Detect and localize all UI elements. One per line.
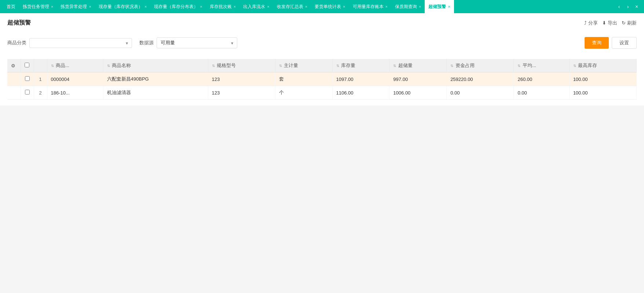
close-inventory-dist[interactable]: × [200, 4, 202, 9]
row1-overstock: 997.00 [389, 73, 447, 86]
row1-avg: 260.00 [514, 73, 569, 86]
row1-num: 1 [34, 73, 47, 86]
row1-checkbox[interactable] [25, 76, 30, 81]
close-in-out-flow[interactable]: × [267, 4, 269, 9]
table-row: 2 186-10... 机油滤清器 123 个 1106.00 1006.00 … [7, 86, 637, 100]
sort-icon-max-stock: ⇅ [573, 64, 576, 68]
sort-icon-capital: ⇅ [450, 64, 453, 68]
row1-unit: 套 [275, 73, 332, 86]
sort-icon-spec: ⇅ [212, 64, 215, 68]
datasource-filter: 数据源 可用量 [139, 37, 237, 48]
refresh-button[interactable]: ↻ 刷新 [622, 20, 637, 26]
row1-checkbox-cell [21, 73, 34, 86]
row2-unit: 个 [275, 86, 332, 100]
row1-stock: 1097.00 [332, 73, 389, 86]
datasource-label: 数据源 [139, 40, 154, 46]
col-spec-header[interactable]: ⇅ 规格型号 [208, 59, 275, 73]
row1-product-name: 六配套新昌490BPG [103, 73, 208, 86]
nav-available-account[interactable]: 可用量库存账本 × [349, 0, 391, 13]
col-product-code-header[interactable]: ⇅ 商品... [47, 59, 103, 73]
sort-icon-product-name: ⇅ [107, 64, 110, 68]
row2-avg: 0.00 [514, 86, 569, 100]
sort-icon-avg: ⇅ [517, 64, 520, 68]
row1-settings [7, 73, 21, 86]
col-settings-header: ⚙ [7, 59, 21, 73]
header-actions: ⤴ 分享 ⬇ 导出 ↻ 刷新 [584, 20, 637, 26]
page-header: 超储预警 ⤴ 分享 ⬇ 导出 ↻ 刷新 [7, 19, 637, 27]
row2-overstock: 1006.00 [389, 86, 447, 100]
col-capital-header[interactable]: ⇅ 资金占用 [447, 59, 514, 73]
row2-product-name: 机油滤清器 [103, 86, 208, 100]
close-batch-account[interactable]: × [234, 4, 236, 9]
sort-icon-overstock: ⇅ [393, 64, 396, 68]
nav-task-mgmt[interactable]: 拣货任务管理 × [19, 0, 57, 13]
close-task-mgmt[interactable]: × [51, 4, 53, 9]
nav-next-arrow[interactable]: › [623, 0, 632, 13]
query-button[interactable]: 查询 [585, 37, 609, 49]
share-icon: ⤴ [584, 20, 587, 26]
nav-batch-account[interactable]: 库存批次账 × [206, 0, 239, 13]
filter-buttons: 查询 设置 [585, 37, 637, 49]
nav-in-out-flow[interactable]: 出入库流水 × [239, 0, 273, 13]
nav-prev-arrow[interactable]: ‹ [615, 0, 623, 13]
nav-collect-send[interactable]: 收发存汇总表 × [273, 0, 311, 13]
row1-product-code: 0000004 [47, 73, 103, 86]
top-nav: 首页 拣货任务管理 × 拣货异常处理 × 现存量（库存状况表） × 现存量（库存… [0, 0, 644, 13]
settings-button[interactable]: 设置 [612, 37, 637, 49]
close-quality-period[interactable]: × [419, 4, 421, 9]
table-row: 1 0000004 六配套新昌490BPG 123 套 1097.00 997.… [7, 73, 637, 86]
col-stock-header[interactable]: ⇅ 库存量 [332, 59, 389, 73]
close-abnormal[interactable]: × [89, 4, 91, 9]
select-all-checkbox[interactable] [25, 63, 29, 67]
category-label: 商品分类 [7, 40, 26, 46]
category-select[interactable] [29, 38, 132, 48]
col-max-stock-header[interactable]: ⇅ 最高库存 [569, 59, 636, 73]
nav-home[interactable]: 首页 [3, 0, 19, 13]
col-checkbox-header [21, 59, 34, 73]
close-overstock-warning[interactable]: × [448, 4, 450, 9]
category-filter: 商品分类 [7, 38, 132, 48]
category-chevron-icon [126, 40, 128, 46]
nav-close-all-arrow[interactable]: × [632, 0, 641, 13]
row1-max-stock: 100.00 [569, 73, 636, 86]
filter-area: 商品分类 数据源 可用量 查询 设置 [7, 33, 637, 53]
nav-inventory-dist[interactable]: 现存量（库存分布表） × [150, 0, 206, 13]
share-button[interactable]: ⤴ 分享 [584, 20, 598, 26]
row2-capital: 0.00 [447, 86, 514, 100]
data-table: ⚙ ⇅ 商品... ⇅ 商品名称 ⇅ 规格型号 [7, 59, 637, 100]
row1-capital: 259220.00 [447, 73, 514, 86]
col-unit-header[interactable]: ⇅ 主计量 [275, 59, 332, 73]
close-inventory-status[interactable]: × [144, 4, 147, 9]
close-collect-send[interactable]: × [305, 4, 307, 9]
col-product-name-header[interactable]: ⇅ 商品名称 [103, 59, 208, 73]
export-button[interactable]: ⬇ 导出 [602, 20, 617, 26]
nav-overstock-warning[interactable]: 超储预警 × [425, 0, 454, 13]
gear-icon[interactable]: ⚙ [11, 63, 15, 68]
col-overstock-header[interactable]: ⇅ 超储量 [389, 59, 447, 73]
datasource-select[interactable]: 可用量 [157, 37, 237, 48]
row2-checkbox[interactable] [25, 90, 30, 94]
row2-num: 2 [34, 86, 47, 100]
row2-product-code: 186-10... [47, 86, 103, 100]
table-body: 1 0000004 六配套新昌490BPG 123 套 1097.00 997.… [7, 73, 637, 100]
nav-inventory-status[interactable]: 现存量（库存状况表） × [95, 0, 150, 13]
sort-icon-product-code: ⇅ [51, 64, 54, 68]
col-num-header [34, 59, 47, 73]
refresh-icon: ↻ [622, 20, 626, 26]
sort-icon-unit: ⇅ [279, 64, 282, 68]
row2-settings [7, 86, 21, 100]
nav-abnormal[interactable]: 拣货异常处理 × [57, 0, 95, 13]
close-order-stats[interactable]: × [343, 4, 345, 9]
main-content: 超储预警 ⤴ 分享 ⬇ 导出 ↻ 刷新 商品分类 数据源 [0, 13, 644, 105]
table-header: ⚙ ⇅ 商品... ⇅ 商品名称 ⇅ 规格型号 [7, 59, 637, 73]
row2-spec: 123 [208, 86, 275, 100]
nav-quality-period[interactable]: 保质期查询 × [391, 0, 425, 13]
row2-stock: 1106.00 [332, 86, 389, 100]
row2-max-stock: 100.00 [569, 86, 636, 100]
row2-checkbox-cell [21, 86, 34, 100]
nav-order-stats[interactable]: 要货单统计表 × [311, 0, 349, 13]
sort-icon-stock: ⇅ [336, 64, 339, 68]
close-available-account[interactable]: × [385, 4, 388, 9]
col-avg-header[interactable]: ⇅ 平均... [514, 59, 569, 73]
datasource-value: 可用量 [161, 40, 175, 46]
